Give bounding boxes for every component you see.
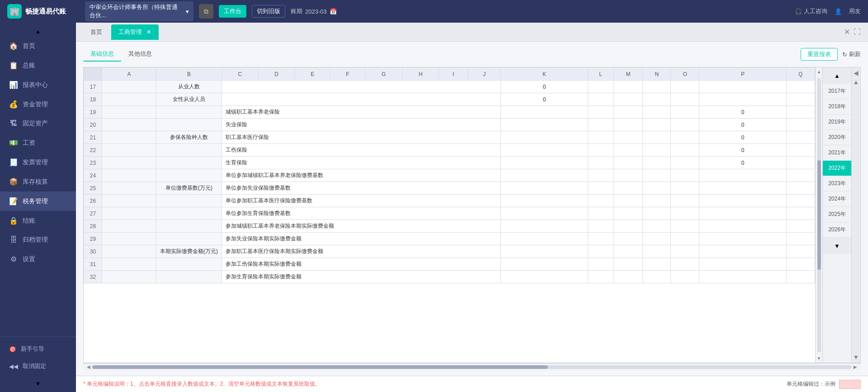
cell-26-n[interactable] [643, 195, 671, 207]
cell-21-q[interactable] [786, 131, 815, 144]
calendar-icon[interactable]: 📅 [330, 8, 337, 15]
reset-report-button[interactable]: 重置报表 [801, 48, 838, 61]
cell-31-m[interactable] [613, 258, 643, 271]
cell-29-q[interactable] [786, 233, 815, 245]
cell-32-k[interactable] [501, 271, 588, 283]
cell-19-b[interactable] [156, 106, 222, 119]
year-item-2021[interactable]: 2021年 [823, 145, 851, 161]
cell-31-k[interactable] [501, 258, 588, 271]
tab-home[interactable]: 首页 [83, 24, 109, 40]
company-selector[interactable]: 中审众环会计师事务所（特殊普通合伙... ▾ [85, 1, 193, 21]
cell-17-o[interactable] [671, 81, 699, 93]
year-item-2024[interactable]: 2024年 [823, 191, 851, 207]
sidebar-item-finance[interactable]: 💰 资金管理 [0, 95, 76, 114]
cell-22-p[interactable]: 0 [699, 144, 786, 157]
tab-close-icon[interactable]: ✕ [146, 29, 151, 35]
cell-29-p[interactable] [699, 233, 786, 245]
sidebar-item-assets[interactable]: 🏗 固定资产 [0, 114, 76, 133]
year-panel-up[interactable]: ▲ [823, 67, 851, 84]
cell-18-b[interactable]: 女性从业人员 [156, 93, 222, 106]
copy-icon-btn[interactable]: ⧉ [199, 4, 213, 19]
sidebar-item-report[interactable]: 📊 报表中心 [0, 75, 76, 95]
cell-19-m[interactable] [613, 106, 643, 119]
cell-27-q[interactable] [786, 207, 815, 220]
support-link[interactable]: 🎧 人工咨询 [795, 7, 827, 15]
cell-24-b[interactable] [156, 169, 222, 182]
cell-30-l[interactable] [588, 245, 613, 258]
cell-25-l[interactable] [588, 182, 613, 195]
cell-32-a[interactable] [102, 271, 156, 283]
year-item-2026[interactable]: 2026年 [823, 222, 851, 238]
cell-32-q[interactable] [786, 271, 815, 283]
year-item-2017[interactable]: 2017年 [823, 84, 851, 99]
year-item-2025[interactable]: 2025年 [823, 207, 851, 222]
cell-29-m[interactable] [613, 233, 643, 245]
cell-28-a[interactable] [102, 220, 156, 233]
cell-25-o[interactable] [671, 182, 699, 195]
cell-20-a[interactable] [102, 119, 156, 131]
year-item-2020[interactable]: 2020年 [823, 130, 851, 145]
refresh-button[interactable]: ↻ 刷新 [842, 48, 861, 61]
cell-22-c[interactable]: 工伤保险 [222, 144, 501, 157]
year-item-2023[interactable]: 2023年 [823, 176, 851, 191]
sidebar-item-tax[interactable]: 📝 税务管理 [0, 191, 76, 211]
cell-25-n[interactable] [643, 182, 671, 195]
cell-21-k[interactable] [501, 131, 588, 144]
cell-31-l[interactable] [588, 258, 613, 271]
sidebar-scroll-up[interactable]: ▲ [0, 26, 76, 36]
cell-30-m[interactable] [613, 245, 643, 258]
cell-17-n[interactable] [643, 81, 671, 93]
cell-24-m[interactable] [613, 169, 643, 182]
cell-24-n[interactable] [643, 169, 671, 182]
cell-19-p[interactable]: 0 [699, 106, 786, 119]
cell-21-b[interactable]: 参保各险种人数 [156, 131, 222, 144]
cell-24-q[interactable] [786, 169, 815, 182]
cell-32-c[interactable]: 参加生育保险本期实际缴费金额 [222, 271, 501, 283]
cell-19-l[interactable] [588, 106, 613, 119]
cell-21-c[interactable]: 职工基本医疗保险 [222, 131, 501, 144]
cell-23-b[interactable] [156, 157, 222, 169]
sidebar-item-salary[interactable]: 💵 工资 [0, 133, 76, 153]
cell-24-a[interactable] [102, 169, 156, 182]
cell-32-b[interactable] [156, 271, 222, 283]
cell-17-k[interactable]: 0 [501, 81, 588, 93]
vscroll-down[interactable]: ▼ [817, 354, 821, 363]
hscroll-track[interactable] [92, 365, 852, 369]
cell-21-a[interactable] [102, 131, 156, 144]
cell-26-b[interactable] [156, 195, 222, 207]
cell-18-m[interactable] [613, 93, 643, 106]
expand-panel-icon[interactable]: ⛶ [854, 28, 861, 36]
cell-32-p[interactable] [699, 271, 786, 283]
cell-18-n[interactable] [643, 93, 671, 106]
year-item-2022[interactable]: 2022年 [823, 161, 851, 176]
cell-21-o[interactable] [671, 131, 699, 144]
year-panel-down[interactable]: ▼ [823, 238, 851, 254]
workbench-button[interactable]: 工作台 [219, 5, 246, 18]
cell-26-k[interactable] [501, 195, 588, 207]
cell-27-c[interactable]: 单位参加生育保险缴费基数 [222, 207, 501, 220]
cell-21-p[interactable]: 0 [699, 131, 786, 144]
cell-30-n[interactable] [643, 245, 671, 258]
cell-29-b[interactable] [156, 233, 222, 245]
cell-29-l[interactable] [588, 233, 613, 245]
cell-22-n[interactable] [643, 144, 671, 157]
cell-22-a[interactable] [102, 144, 156, 157]
vscroll-up[interactable]: ▲ [817, 67, 821, 76]
cell-32-n[interactable] [643, 271, 671, 283]
cell-19-n[interactable] [643, 106, 671, 119]
cell-28-m[interactable] [613, 220, 643, 233]
cell-24-c[interactable]: 单位参加城镇职工基本养老保险缴费基数 [222, 169, 501, 182]
sidebar-item-inventory[interactable]: 📦 库存核算 [0, 172, 76, 191]
cell-23-a[interactable] [102, 157, 156, 169]
cell-24-p[interactable] [699, 169, 786, 182]
cell-28-k[interactable] [501, 220, 588, 233]
tab-industrial[interactable]: 工商管理 ✕ [111, 24, 159, 40]
cell-31-a[interactable] [102, 258, 156, 271]
cell-29-k[interactable] [501, 233, 588, 245]
cell-21-n[interactable] [643, 131, 671, 144]
hscroll-left[interactable]: ◀ [85, 364, 92, 369]
cell-30-c[interactable]: 参加职工基本医疗保险本期实际缴费金额 [222, 245, 501, 258]
cell-23-q[interactable] [786, 157, 815, 169]
subtab-other[interactable]: 其他信息 [121, 47, 159, 62]
hscroll-right[interactable]: ▶ [852, 364, 859, 369]
